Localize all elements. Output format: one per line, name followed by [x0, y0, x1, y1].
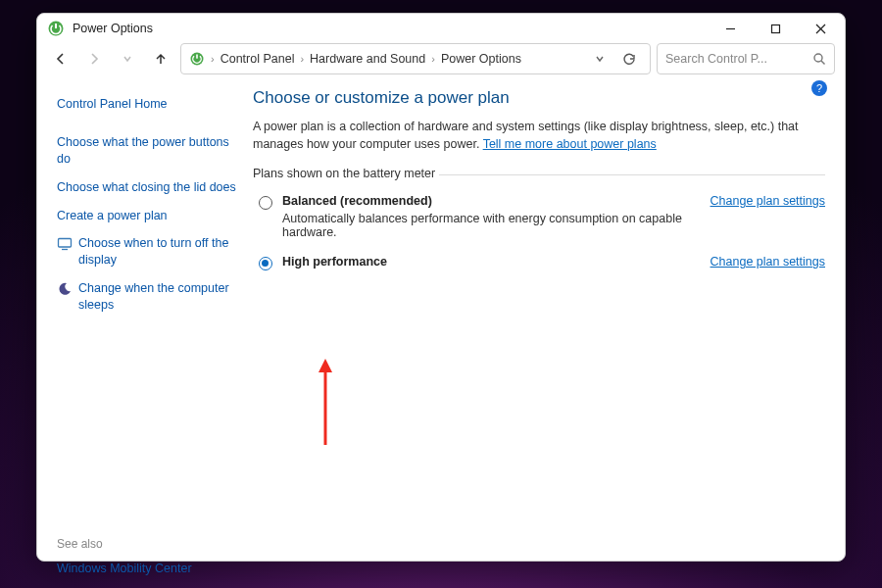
- window-title: Power Options: [73, 22, 708, 35]
- sidebar-link-sleep[interactable]: Change when the computer sleeps: [57, 274, 239, 319]
- sidebar-home[interactable]: Control Panel Home: [57, 90, 239, 119]
- chevron-right-icon[interactable]: ›: [300, 53, 304, 65]
- plans-section-label: Plans shown on the battery meter: [253, 167, 825, 180]
- svg-rect-10: [59, 239, 72, 248]
- see-also-user-accounts[interactable]: User Accounts: [57, 583, 239, 588]
- address-bar[interactable]: › Control Panel › Hardware and Sound › P…: [180, 43, 651, 74]
- power-options-icon: [189, 51, 205, 67]
- main-panel: Choose or customize a power plan A power…: [243, 84, 831, 588]
- breadcrumb-root[interactable]: Control Panel: [220, 52, 295, 66]
- back-button[interactable]: [47, 45, 74, 73]
- change-plan-settings-link[interactable]: Change plan settings: [710, 255, 825, 269]
- sidebar-link-turn-off-display[interactable]: Choose when to turn off the display: [57, 229, 239, 274]
- content: ? Control Panel Home Choose what the pow…: [37, 74, 845, 588]
- minimize-button[interactable]: [708, 14, 753, 43]
- svg-rect-1: [55, 24, 57, 28]
- chevron-right-icon[interactable]: ›: [431, 53, 435, 65]
- sidebar-item-label: Change when the computer sleeps: [78, 280, 239, 314]
- plan-high-performance: High performance Change plan settings: [253, 251, 825, 282]
- svg-rect-3: [771, 24, 779, 32]
- help-icon[interactable]: ?: [811, 80, 827, 96]
- see-also-label: See also: [57, 537, 239, 555]
- sidebar-link-create-plan[interactable]: Create a power plan: [57, 202, 239, 230]
- radio-balanced[interactable]: [259, 196, 272, 210]
- see-also-mobility-center[interactable]: Windows Mobility Center: [57, 555, 239, 583]
- sidebar: Control Panel Home Choose what the power…: [51, 84, 243, 588]
- plan-subtitle: Automatically balances performance with …: [282, 212, 701, 239]
- display-icon: [57, 236, 73, 252]
- radio-high-performance[interactable]: [259, 257, 272, 270]
- sidebar-item-label: Choose when to turn off the display: [78, 235, 239, 269]
- search-icon[interactable]: [812, 52, 826, 66]
- change-plan-settings-link[interactable]: Change plan settings: [710, 194, 825, 208]
- svg-marker-13: [318, 359, 332, 372]
- chevron-down-icon[interactable]: [589, 54, 611, 64]
- recent-locations-button[interactable]: [114, 45, 141, 73]
- plan-balanced: Balanced (recommended) Automatically bal…: [253, 190, 825, 251]
- page-description: A power plan is a collection of hardware…: [253, 118, 825, 153]
- toolbar: › Control Panel › Hardware and Sound › P…: [37, 43, 845, 74]
- chevron-right-icon[interactable]: ›: [211, 53, 215, 65]
- titlebar: Power Options: [37, 14, 845, 43]
- up-button[interactable]: [147, 45, 174, 73]
- plan-title: Balanced (recommended): [282, 194, 701, 208]
- breadcrumb-mid[interactable]: Hardware and Sound: [310, 52, 425, 66]
- close-button[interactable]: [798, 14, 843, 43]
- forward-button[interactable]: [80, 45, 108, 73]
- breadcrumb-leaf[interactable]: Power Options: [441, 52, 521, 66]
- annotation-arrow-icon: [318, 359, 333, 447]
- maximize-button[interactable]: [753, 14, 798, 43]
- search-input[interactable]: [665, 52, 807, 66]
- plan-title: High performance: [282, 255, 387, 269]
- svg-line-9: [821, 61, 825, 65]
- svg-point-8: [814, 54, 822, 62]
- search-box[interactable]: [657, 43, 835, 74]
- power-options-icon: [47, 20, 65, 37]
- moon-icon: [57, 281, 73, 297]
- window: Power Options › Control Panel: [36, 13, 846, 562]
- learn-more-link[interactable]: Tell me more about power plans: [483, 137, 657, 151]
- refresh-icon[interactable]: [616, 52, 642, 66]
- sidebar-link-closing-lid[interactable]: Choose what closing the lid does: [57, 173, 239, 202]
- page-heading: Choose or customize a power plan: [253, 88, 825, 108]
- svg-rect-7: [196, 55, 198, 59]
- sidebar-link-power-buttons[interactable]: Choose what the power buttons do: [57, 128, 239, 173]
